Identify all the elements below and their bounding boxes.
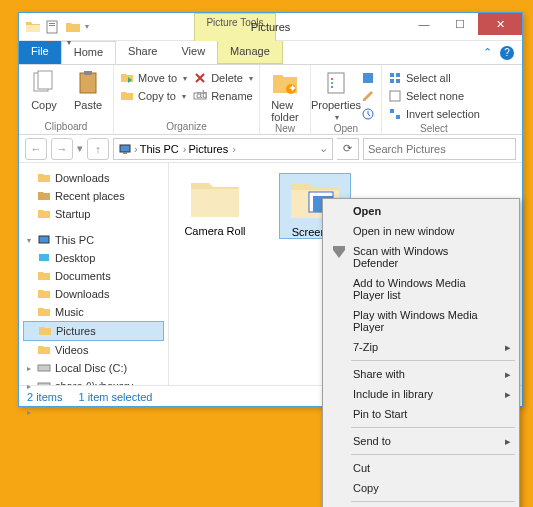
group-select: Select all Select none Invert selection … (382, 65, 486, 134)
ctx-playwmp[interactable]: Play with Windows Media Player (325, 305, 517, 337)
up-button[interactable]: ↑ (87, 138, 109, 160)
svg-rect-20 (396, 79, 400, 83)
defender-icon (331, 244, 347, 260)
quick-access-toolbar: ▾ (19, 13, 95, 40)
maximize-button[interactable]: ☐ (442, 13, 478, 35)
ribbon: Copy Paste Clipboard Move to Copy to Del… (19, 65, 522, 135)
svg-rect-22 (390, 109, 394, 113)
back-button[interactable]: ← (25, 138, 47, 160)
window-controls: — ☐ ✕ (406, 13, 522, 35)
address-chevron-icon[interactable]: ⌄ (319, 142, 328, 155)
forward-button[interactable]: → (51, 138, 73, 160)
svg-rect-1 (49, 23, 55, 24)
svg-rect-6 (84, 71, 92, 75)
ctx-sep (351, 501, 515, 502)
tree-thispc[interactable]: This PC (23, 231, 164, 249)
tree-desktop[interactable]: Desktop (23, 249, 164, 267)
window-title: Pictures (251, 13, 291, 41)
minimize-button[interactable]: — (406, 13, 442, 35)
svg-rect-5 (80, 73, 96, 93)
svg-point-14 (331, 86, 333, 88)
invertsel-button[interactable]: Invert selection (388, 105, 480, 123)
crumb-thispc[interactable]: This PC (140, 143, 187, 155)
tree-videos[interactable]: Videos (23, 341, 164, 359)
qat-chevron-icon[interactable]: ▾ (85, 22, 89, 31)
copyto-button[interactable]: Copy to (120, 87, 187, 105)
tab-view[interactable]: View (169, 41, 217, 64)
selectnone-button[interactable]: Select none (388, 87, 480, 105)
open-btn[interactable] (361, 69, 375, 87)
newfolder-button[interactable]: ✦New folder (266, 69, 304, 123)
svg-rect-27 (39, 254, 49, 261)
ctx-sharewith[interactable]: Share with (325, 364, 517, 384)
ctx-7zip[interactable]: 7-Zip (325, 337, 517, 357)
crumb-pictures[interactable]: Pictures (188, 143, 235, 155)
tree-share[interactable]: share (\\vboxsrv (23, 377, 164, 385)
chevron-up-icon[interactable]: ⌃ (483, 46, 492, 59)
group-open: Properties Open (311, 65, 382, 134)
status-selected: 1 item selected (78, 391, 152, 403)
tree-startup[interactable]: Startup (23, 205, 164, 223)
svg-rect-24 (120, 145, 130, 152)
ctx-cut[interactable]: Cut (325, 458, 517, 478)
ctx-open[interactable]: Open (325, 201, 517, 221)
svg-point-12 (331, 78, 333, 80)
status-items: 2 items (27, 391, 62, 403)
tab-share[interactable]: Share (116, 41, 169, 64)
search-input[interactable] (368, 143, 511, 155)
svg-rect-25 (123, 152, 127, 154)
titlebar: ▾ Picture Tools Pictures — ☐ ✕ (19, 13, 522, 41)
group-organize: Move to Copy to Delete abRename Organize (114, 65, 260, 134)
history-btn[interactable] (361, 105, 375, 123)
group-new: ✦New folder New (260, 65, 311, 134)
help-icon[interactable]: ? (500, 46, 514, 60)
edit-btn[interactable] (361, 87, 375, 105)
close-button[interactable]: ✕ (478, 13, 522, 35)
context-menu: Open Open in new window Scan with Window… (322, 198, 520, 507)
svg-rect-0 (47, 21, 57, 33)
svg-rect-28 (38, 365, 50, 371)
svg-rect-18 (396, 73, 400, 77)
ctx-sep (351, 360, 515, 361)
rename-button[interactable]: abRename (193, 87, 253, 105)
ctx-open-new[interactable]: Open in new window (325, 221, 517, 241)
tree-recent[interactable]: Recent places (23, 187, 164, 205)
properties-icon[interactable] (45, 19, 61, 35)
ctx-sep (351, 454, 515, 455)
delete-button[interactable]: Delete (193, 69, 253, 87)
tree-music[interactable]: Music (23, 303, 164, 321)
svg-text:✦: ✦ (288, 82, 297, 94)
svg-point-13 (331, 82, 333, 84)
new-folder-icon[interactable] (65, 19, 81, 35)
ctx-sep (351, 427, 515, 428)
ctx-sendto[interactable]: Send to (325, 431, 517, 451)
copy-button[interactable]: Copy (25, 69, 63, 111)
tree-documents[interactable]: Documents (23, 267, 164, 285)
refresh-button[interactable]: ⟳ (337, 138, 359, 160)
paste-button[interactable]: Paste (69, 69, 107, 111)
nav-bar: ← → ▾ ↑ › This PC Pictures ⌄ ⟳ (19, 135, 522, 163)
breadcrumb[interactable]: › This PC Pictures ⌄ (113, 138, 333, 160)
folder-cameraroll[interactable]: Camera Roll (179, 173, 251, 237)
svg-rect-11 (328, 73, 344, 93)
moveto-button[interactable]: Move to (120, 69, 187, 87)
tree-pictures[interactable]: Pictures (23, 321, 164, 341)
ctx-include[interactable]: Include in library (325, 384, 517, 404)
ctx-pin[interactable]: Pin to Start (325, 404, 517, 424)
ctx-scan[interactable]: Scan with Windows Defender (325, 241, 517, 273)
tab-manage[interactable]: Manage (217, 41, 283, 64)
ctx-copy[interactable]: Copy (325, 478, 517, 498)
tree-localdisk[interactable]: Local Disc (C:) (23, 359, 164, 377)
search-box[interactable] (363, 138, 516, 160)
ctx-addwmp[interactable]: Add to Windows Media Player list (325, 273, 517, 305)
pc-icon (118, 142, 132, 156)
group-clipboard: Copy Paste Clipboard (19, 65, 114, 134)
properties-button[interactable]: Properties (317, 69, 355, 122)
svg-rect-15 (363, 73, 373, 83)
tree-downloads2[interactable]: Downloads (23, 285, 164, 303)
ribbon-tabs: File Home Share View Manage ⌃ ? (19, 41, 522, 65)
recent-chevron-icon[interactable]: ▾ (77, 142, 83, 155)
tree-downloads[interactable]: Downloads (23, 169, 164, 187)
folder-icon (25, 19, 41, 35)
selectall-button[interactable]: Select all (388, 69, 480, 87)
